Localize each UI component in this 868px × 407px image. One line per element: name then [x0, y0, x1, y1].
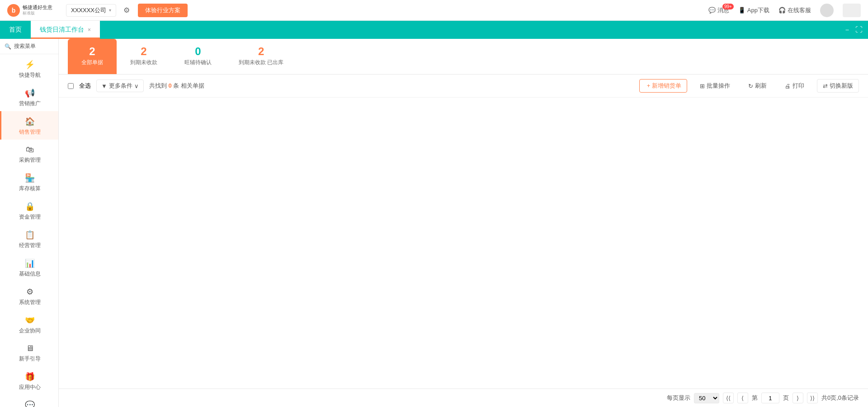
- tab-home[interactable]: 首页: [0, 21, 31, 39]
- chevron-icon: ∨: [134, 83, 139, 89]
- sidebar-item-system[interactable]: ⚙ 系统管理: [0, 281, 58, 310]
- operation-icon: 📋: [25, 230, 35, 240]
- app-version: 标准版: [23, 10, 52, 16]
- print-icon: 🖨: [785, 83, 791, 89]
- sidebar-item-inventory[interactable]: 🏪 库存核算: [0, 168, 58, 196]
- sidebar-label-inventory: 库存核算: [19, 185, 41, 192]
- sidebar-label-operation: 经营管理: [19, 242, 41, 249]
- print-button[interactable]: 🖨 打印: [779, 80, 810, 92]
- page-label: 第: [752, 394, 758, 402]
- inventory-icon: 🏪: [25, 173, 35, 183]
- service-icon: 🎧: [778, 7, 786, 14]
- sidebar-label-finance: 资金管理: [19, 213, 41, 221]
- sidebar-item-quick-nav[interactable]: ⚡ 快捷导航: [0, 54, 58, 83]
- user-name-area[interactable]: [843, 4, 861, 17]
- minimize-icon[interactable]: －: [844, 25, 851, 35]
- stat-tab-pending[interactable]: 0 旺辅待确认: [171, 39, 225, 74]
- new-sales-order-button[interactable]: + 新增销货单: [639, 79, 687, 93]
- stat-label-overdue: 到期未收款: [130, 59, 157, 66]
- sidebar-item-sales[interactable]: 🏠 销售管理: [0, 111, 58, 140]
- sidebar: 🔍 搜索菜单 ⚡ 快捷导航 📢 营销推广 🏠 销售管理 🛍 采购管理 🏪 库存核…: [0, 39, 59, 407]
- select-all-checkbox[interactable]: [68, 83, 74, 89]
- prev-page-button[interactable]: ⟨: [737, 393, 748, 403]
- nav-actions: － ⛶: [844, 25, 868, 35]
- sidebar-item-wechat[interactable]: 💬 企业微信: [0, 395, 58, 407]
- stat-tab-overdue[interactable]: 2 到期未收款: [117, 39, 171, 74]
- basic-icon: 📊: [25, 258, 35, 268]
- app-download-label: App下载: [747, 6, 769, 14]
- pagination: 每页显示 50 100 200 ⟨⟨ ⟨ 第 页 ⟩ ⟩⟩ 共0页,0条记录: [59, 388, 868, 407]
- message-badge: 99+: [722, 4, 734, 9]
- tab-work-label: 钱货日清工作台: [40, 26, 84, 34]
- batch-operation-button[interactable]: ⊞ 批量操作: [694, 80, 736, 92]
- purchase-icon: 🛍: [26, 145, 34, 154]
- toolbar: 全选 ▼ 更多条件 ∨ 共找到 0 条 相关单据 + 新增销货单 ⊞ 批量操: [59, 75, 868, 98]
- expand-icon[interactable]: ⛶: [855, 26, 863, 34]
- total-label: 共0页,0条记录: [821, 394, 859, 402]
- switch-version-button[interactable]: ⇄ 切换新版: [817, 79, 859, 93]
- sidebar-item-basic[interactable]: 📊 基础信息: [0, 253, 58, 281]
- sidebar-item-operation[interactable]: 📋 经营管理: [0, 225, 58, 253]
- filter-icon: ▼: [101, 83, 107, 89]
- online-service-label: 在线客服: [788, 6, 811, 14]
- sidebar-label-guide: 新手引导: [19, 355, 41, 363]
- sidebar-item-finance[interactable]: 🔒 资金管理: [0, 196, 58, 225]
- system-icon: ⚙: [26, 287, 33, 297]
- sidebar-label-system: 系统管理: [19, 299, 41, 306]
- sidebar-label-marketing: 营销推广: [19, 100, 41, 108]
- per-page-select[interactable]: 50 100 200: [694, 393, 719, 403]
- more-filters-button[interactable]: ▼ 更多条件 ∨: [96, 80, 144, 92]
- select-all-label: 全选: [79, 82, 91, 90]
- print-label: 打印: [793, 82, 804, 90]
- content-area: 2 全部单据 2 到期未收款 0 旺辅待确认 2 到期未收款 已出库 全选 ▼ …: [59, 39, 868, 407]
- switch-label: 切换新版: [830, 82, 853, 90]
- page-input[interactable]: [761, 393, 779, 403]
- refresh-button[interactable]: ↻ 刷新: [743, 80, 772, 92]
- gear-icon: ⚙: [123, 6, 130, 14]
- sidebar-label-quick-nav: 快捷导航: [19, 71, 41, 79]
- online-service-button[interactable]: 🎧 在线客服: [778, 6, 811, 14]
- first-page-button[interactable]: ⟨⟨: [723, 393, 734, 403]
- next-page-button[interactable]: ⟩: [793, 393, 803, 403]
- search-icon: 🔍: [5, 43, 11, 50]
- toolbar-right: + 新增销货单 ⊞ 批量操作 ↻ 刷新 🖨 打印 ⇄ 切换新版: [639, 79, 859, 93]
- message-button[interactable]: 💬 消息 99+: [708, 6, 729, 14]
- table-area: [59, 98, 868, 388]
- found-count: 0: [169, 82, 172, 89]
- close-tab-icon[interactable]: ×: [88, 27, 91, 33]
- app-download-button[interactable]: 📱 App下载: [738, 6, 769, 14]
- page-label-2: 页: [783, 394, 789, 402]
- sidebar-item-guide[interactable]: 🖥 新手引导: [0, 338, 58, 366]
- logo-area: b 畅捷通好生意 标准版: [7, 4, 66, 17]
- sales-icon: 🏠: [25, 117, 35, 126]
- batch-icon: ⊞: [700, 83, 705, 89]
- new-btn-label: + 新增销货单: [647, 82, 681, 90]
- found-text: 共找到 0 条 相关单据: [149, 82, 204, 90]
- tab-work[interactable]: 钱货日清工作台 ×: [31, 21, 100, 39]
- stat-label-all: 全部单据: [81, 59, 103, 66]
- stats-tabs: 2 全部单据 2 到期未收款 0 旺辅待确认 2 到期未收款 已出库: [59, 39, 868, 75]
- sidebar-item-appstore[interactable]: 🎁 应用中心: [0, 366, 58, 395]
- sidebar-label-appstore: 应用中心: [19, 384, 41, 391]
- company-selector[interactable]: XXXXXX公司 ▾: [66, 4, 116, 17]
- settings-button[interactable]: ⚙: [120, 4, 133, 17]
- search-menu-button[interactable]: 🔍 搜索菜单: [0, 39, 58, 54]
- chevron-down-icon: ▾: [109, 8, 111, 13]
- finance-icon: 🔒: [25, 201, 35, 211]
- stat-tab-all[interactable]: 2 全部单据: [68, 39, 117, 74]
- app-name: 畅捷通好生意: [23, 4, 52, 10]
- more-filters-label: 更多条件: [109, 82, 132, 90]
- tab-home-label: 首页: [9, 26, 22, 34]
- last-page-button[interactable]: ⟩⟩: [807, 393, 818, 403]
- sidebar-item-marketing[interactable]: 📢 营销推广: [0, 83, 58, 111]
- stat-num-overdue-stock: 2: [258, 45, 264, 58]
- app-logo-icon: b: [7, 4, 20, 17]
- sidebar-item-purchase[interactable]: 🛍 采购管理: [0, 140, 58, 168]
- refresh-icon: ↻: [748, 83, 753, 89]
- sidebar-item-cooperation[interactable]: 🤝 企业协同: [0, 310, 58, 338]
- user-avatar[interactable]: [820, 4, 834, 17]
- stat-tab-overdue-stock[interactable]: 2 到期未收款 已出库: [225, 39, 297, 74]
- sidebar-label-sales: 销售管理: [19, 128, 41, 136]
- stat-label-pending: 旺辅待确认: [184, 59, 212, 66]
- trial-button[interactable]: 体验行业方案: [138, 4, 188, 17]
